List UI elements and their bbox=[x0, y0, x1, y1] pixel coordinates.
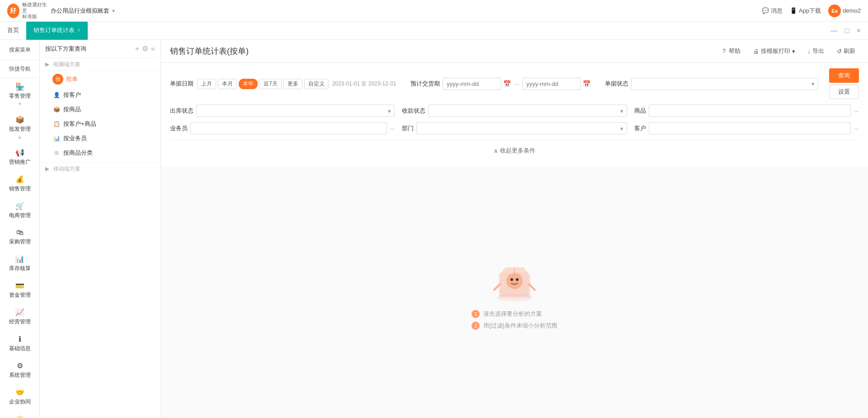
sidebar-item-inventory[interactable]: 📊 库存核算 bbox=[0, 250, 39, 277]
product-ellipsis-icon[interactable]: ··· bbox=[854, 107, 859, 114]
more-btn[interactable]: 更多 bbox=[283, 79, 302, 89]
tab-close-window-button[interactable]: × bbox=[855, 25, 863, 37]
customer-input[interactable] bbox=[649, 122, 851, 134]
settings-scheme-icon[interactable]: ⚙ bbox=[142, 44, 148, 53]
wholesale-icon: 📦 bbox=[15, 115, 24, 124]
salesperson-label: 业务员 bbox=[170, 124, 188, 133]
sidebar-item-sales[interactable]: 💰 销售管理 bbox=[0, 171, 39, 197]
delivery-date-end-input[interactable] bbox=[522, 78, 581, 90]
avatar: Ea bbox=[828, 5, 841, 17]
export-button[interactable]: ↓ 导出 bbox=[804, 45, 828, 57]
delivery-date-start-input[interactable] bbox=[443, 78, 501, 90]
svg-point-5 bbox=[516, 278, 519, 281]
department-label: 部门 bbox=[402, 124, 414, 133]
left-panel: 按以下方案查询 + ⚙ « ▶ 电脑端方案 按 按单 👤 按客户 📦 bbox=[40, 40, 161, 418]
collapse-panel-icon[interactable]: « bbox=[151, 45, 155, 53]
sidebar-item-retail[interactable]: 🏪 零售管理 ▼ bbox=[0, 78, 39, 111]
svg-point-4 bbox=[510, 278, 513, 281]
filter-and-content: 销售订单统计表(按单) ？ 帮助 🖨 按模板打印 ▾ ↓ 导出 bbox=[161, 40, 868, 418]
search-menu-button[interactable]: 搜索菜单 bbox=[4, 43, 36, 57]
sidebar-item-operations[interactable]: 📈 经营管理 bbox=[0, 304, 39, 330]
customer-ellipsis-icon[interactable]: ··· bbox=[854, 125, 859, 132]
expected-delivery-label: 预计交货期 bbox=[410, 80, 440, 88]
by-salesperson-icon: 📊 bbox=[52, 134, 61, 142]
app-title-arrow-icon[interactable]: ▾ bbox=[112, 8, 115, 14]
custom-btn[interactable]: 自定义 bbox=[304, 79, 329, 89]
department-select[interactable] bbox=[416, 122, 627, 134]
sidebar-item-system[interactable]: ⚙ 系统管理 bbox=[0, 357, 39, 384]
filter-row-3: 业务员 ··· 部门 客户 bbox=[170, 122, 859, 134]
tab-home[interactable]: 首页 bbox=[0, 22, 26, 40]
last-month-btn[interactable]: 上月 bbox=[197, 79, 216, 89]
this-year-btn[interactable]: 本年 bbox=[239, 79, 258, 89]
bill-status-label: 单据状态 bbox=[605, 80, 628, 88]
sidebar-item-newbie[interactable]: 🌟 新手引导 bbox=[0, 410, 39, 418]
query-button[interactable]: 查询 bbox=[829, 68, 859, 83]
receipt-status-select[interactable] bbox=[428, 104, 627, 117]
this-month-btn[interactable]: 本月 bbox=[218, 79, 237, 89]
settings-filter-button[interactable]: 设置 bbox=[829, 85, 859, 99]
delivery-date-end-calendar-icon[interactable]: 📅 bbox=[583, 80, 590, 87]
user-menu[interactable]: Ea demo2 bbox=[828, 5, 861, 17]
sidebar-item-marketing[interactable]: 📢 营销推广 bbox=[0, 144, 39, 171]
pc-section-label: 电脑端方案 bbox=[53, 61, 80, 67]
tree-item-by-customer-product[interactable]: 📋 按客户+商品 bbox=[40, 117, 160, 131]
refresh-button[interactable]: ↺ 刷新 bbox=[833, 45, 859, 57]
tree-item-by-order[interactable]: 按 按单 bbox=[40, 71, 160, 88]
help-button[interactable]: ？ 帮助 bbox=[717, 45, 744, 57]
delivery-date-end-wrap: 📅 bbox=[522, 78, 590, 90]
ecommerce-icon: 🛒 bbox=[15, 202, 24, 210]
department-group: 部门 bbox=[402, 122, 627, 134]
empty-tips: 1 请先选择要分析的方案 2 用[过滤]条件来缩小分析范围 bbox=[472, 310, 557, 330]
inventory-icon: 📊 bbox=[15, 255, 24, 263]
customer-group: 客户 ··· bbox=[634, 122, 859, 134]
download-icon: 📱 bbox=[790, 7, 797, 14]
salesperson-group: 业务员 ··· bbox=[170, 122, 395, 134]
mobile-section-label: 移动端方案 bbox=[53, 166, 80, 172]
sidebar-item-wholesale[interactable]: 📦 批发管理 ▲ bbox=[0, 111, 39, 144]
tree-item-by-salesperson[interactable]: 📊 按业务员 bbox=[40, 131, 160, 146]
date-range-separator: — bbox=[514, 81, 519, 87]
messages-button[interactable]: 💬 消息 bbox=[762, 7, 783, 15]
salesperson-ellipsis-icon[interactable]: ··· bbox=[390, 125, 395, 132]
delivery-status-select[interactable] bbox=[196, 104, 395, 117]
logo-text: 畅捷通好生意 标准版 bbox=[22, 2, 47, 20]
template-print-button[interactable]: 🖨 按模板打印 ▾ bbox=[750, 45, 799, 57]
tab-maximize-button[interactable]: □ bbox=[843, 25, 851, 37]
tip-num-1: 1 bbox=[472, 310, 480, 318]
sidebar-item-enterprise[interactable]: 🤝 企业协同 bbox=[0, 384, 39, 410]
app-download-button[interactable]: 📱 App下载 bbox=[790, 7, 821, 15]
tree-item-by-customer[interactable]: 👤 按客户 bbox=[40, 88, 160, 102]
retail-expand-icon: ▼ bbox=[18, 101, 22, 106]
filter-panel: 单据日期 上月 本月 本年 近7天 更多 自定义 2023-01-01 至 20… bbox=[161, 63, 868, 166]
tree-item-by-product[interactable]: 📦 按商品 bbox=[40, 102, 160, 117]
quick-nav-button[interactable]: 快捷导航 bbox=[4, 62, 36, 76]
logo-icon: 好 bbox=[7, 4, 19, 18]
tab-bar: 首页 销售订单统计表 × — □ × bbox=[0, 22, 868, 40]
tab-minimize-button[interactable]: — bbox=[829, 25, 840, 37]
bill-status-select[interactable] bbox=[631, 78, 818, 90]
salesperson-input[interactable] bbox=[190, 122, 387, 134]
add-scheme-icon[interactable]: + bbox=[135, 45, 139, 53]
tip-num-2: 2 bbox=[472, 322, 480, 330]
filter-row-2: 出库状态 收款状态 bbox=[170, 104, 859, 117]
delivery-date-start-calendar-icon[interactable]: 📅 bbox=[503, 80, 511, 87]
delivery-date-start-wrap: 📅 bbox=[443, 78, 511, 90]
left-panel-title: 按以下方案查询 bbox=[45, 45, 132, 53]
sidebar-item-purchase[interactable]: 🛍 采购管理 bbox=[0, 224, 39, 250]
sidebar-item-finance[interactable]: 💳 资金管理 bbox=[0, 277, 39, 304]
operations-icon: 📈 bbox=[15, 308, 24, 317]
tree-item-by-category[interactable]: ⊞ 按商品分类 bbox=[40, 146, 160, 160]
sidebar-item-basicinfo[interactable]: ℹ 基础信息 bbox=[0, 330, 39, 357]
tab-sales-order-stats[interactable]: 销售订单统计表 × bbox=[26, 22, 88, 40]
tab-close-icon[interactable]: × bbox=[77, 27, 80, 33]
page-title: 销售订单统计表(按单) bbox=[170, 46, 249, 57]
empty-state: 1 请先选择要分析的方案 2 用[过滤]条件来缩小分析范围 bbox=[161, 166, 868, 418]
receipt-status-group: 收款状态 bbox=[402, 104, 627, 117]
sidebar-item-ecommerce[interactable]: 🛒 电商管理 bbox=[0, 197, 39, 224]
page-actions: ？ 帮助 🖨 按模板打印 ▾ ↓ 导出 ↺ 刷新 bbox=[717, 45, 859, 57]
collapse-button[interactable]: ∧ 收起更多条件 bbox=[485, 144, 544, 157]
newbie-icon: 🌟 bbox=[15, 415, 24, 418]
product-input[interactable] bbox=[649, 104, 851, 117]
last-7-days-btn[interactable]: 近7天 bbox=[259, 79, 282, 89]
